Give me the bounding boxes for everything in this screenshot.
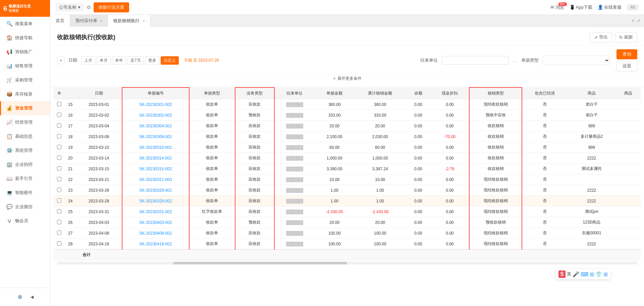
more-date-btn[interactable]: 更多: [145, 56, 159, 65]
scrollbar-thumb[interactable]: [173, 262, 347, 264]
bill-no-link[interactable]: SK-20230314-001: [139, 156, 172, 161]
th-partner[interactable]: 往来单位: [274, 87, 315, 99]
bill-no-link[interactable]: SK-20230331-002: [139, 209, 172, 214]
row-checkbox[interactable]: [57, 231, 61, 235]
cell-checkbox[interactable]: [54, 142, 65, 153]
row-checkbox[interactable]: [57, 123, 61, 128]
row-checkbox[interactable]: [57, 113, 61, 117]
th-verify-amount[interactable]: 累计核销金额: [354, 87, 406, 99]
row-checkbox[interactable]: [57, 156, 61, 160]
last-7days-btn[interactable]: 近7天: [127, 56, 144, 65]
expand-more-bar[interactable]: ∨ 展开更多条件: [57, 74, 637, 83]
prepay-tab-close[interactable]: ×: [100, 19, 102, 23]
sidebar-item-quicknav[interactable]: 🏠快捷导航: [0, 31, 50, 45]
bill-no-link[interactable]: SK-20230408-001: [139, 231, 172, 236]
th-bill-no[interactable]: 单据编号: [122, 87, 189, 99]
sidebar-item-system[interactable]: ⚙️系统管理: [0, 143, 50, 158]
message-badge[interactable]: ✉ 消息 99+: [550, 4, 564, 10]
settings-icon[interactable]: ⚙: [87, 4, 91, 10]
custom-date-btn[interactable]: 自定义: [161, 56, 179, 65]
tab-close-all-icon[interactable]: ×: [632, 18, 634, 23]
bill-no-link[interactable]: SK-20230304-001: [139, 124, 172, 128]
tab-maximize-icon[interactable]: ⤢: [637, 18, 641, 23]
refresh-button[interactable]: ↻ 刷新: [615, 32, 637, 42]
row-checkbox[interactable]: [57, 177, 61, 181]
partner-input[interactable]: [442, 56, 509, 65]
row-checkbox[interactable]: [57, 145, 61, 149]
bill-no-link[interactable]: SK-20230403-002: [139, 220, 172, 225]
export-button[interactable]: ↗ 导出: [590, 32, 612, 42]
th-bill-amount[interactable]: 单据金额: [315, 87, 354, 99]
bill-no-link[interactable]: SK-20230321-003: [139, 177, 172, 182]
th-date[interactable]: 日期: [76, 87, 122, 99]
bill-type-select[interactable]: [543, 56, 610, 65]
cell-checkbox[interactable]: [54, 121, 65, 131]
th-verify-type[interactable]: 核销类型: [469, 87, 522, 99]
th-goods2[interactable]: 商品: [616, 87, 641, 99]
tab-collection[interactable]: 收款核销执行 ×: [108, 15, 150, 27]
cell-checkbox[interactable]: [54, 239, 65, 250]
th-cash-discount[interactable]: 现金折扣: [431, 87, 469, 99]
collection-tab-close[interactable]: ×: [143, 19, 145, 23]
row-checkbox[interactable]: [57, 220, 61, 224]
th-include-settled[interactable]: 包含已结清: [522, 87, 567, 99]
this-month-btn[interactable]: 本月: [97, 56, 111, 65]
row-checkbox[interactable]: [57, 102, 61, 106]
sidebar-item-guide[interactable]: 📖新手引导: [0, 172, 50, 186]
industry-solution-button[interactable]: 体验行业方案: [94, 2, 129, 12]
sidebar-item-purchase[interactable]: 🛒采购管理: [0, 73, 50, 87]
sidebar-item-enterprise[interactable]: 🏢企业协同: [0, 158, 50, 172]
row-checkbox[interactable]: [57, 241, 61, 246]
row-checkbox[interactable]: [57, 198, 61, 203]
bill-no-link[interactable]: SK-20230418-001: [139, 242, 172, 246]
sidebar-item-inventory[interactable]: 📦库存核算: [0, 87, 50, 101]
tab-home[interactable]: 首页: [50, 15, 70, 27]
filter-settings-button[interactable]: 设置: [616, 61, 637, 71]
sidebar-item-settings[interactable]: ⚙️ ◀: [0, 291, 50, 303]
sidebar-item-hardware[interactable]: 💻智能硬件: [0, 186, 50, 200]
last-month-btn[interactable]: 上月: [81, 56, 95, 65]
sidebar-item-sales[interactable]: 📊销售管理: [0, 59, 50, 73]
bill-no-link[interactable]: SK-20230328-002: [139, 199, 172, 203]
more-filter-icon[interactable]: ...: [513, 57, 517, 63]
row-checkbox[interactable]: [57, 166, 61, 171]
cell-checkbox[interactable]: [54, 110, 65, 121]
filter-expand-arrow[interactable]: »: [57, 57, 64, 64]
cell-checkbox[interactable]: [54, 164, 65, 174]
online-service[interactable]: 👤 在线客服: [598, 4, 622, 10]
query-button[interactable]: 查询: [616, 49, 637, 59]
bill-no-link[interactable]: SK-20230301-002: [139, 102, 172, 107]
sidebar-item-finance[interactable]: 💰资金管理: [0, 101, 50, 115]
sidebar-item-basic[interactable]: 📋基础信息: [0, 129, 50, 143]
th-bill-type[interactable]: 单据类型: [189, 87, 235, 99]
bill-no-link[interactable]: SK-20230308-001: [139, 134, 172, 139]
row-checkbox[interactable]: [57, 134, 61, 138]
bill-no-link[interactable]: SK-20230310-001: [139, 145, 172, 150]
bill-no-link[interactable]: SK-20230328-001: [139, 188, 172, 193]
cell-checkbox[interactable]: [54, 153, 65, 164]
cell-checkbox[interactable]: [54, 217, 65, 228]
cell-checkbox[interactable]: [54, 174, 65, 185]
sidebar-item-wechat[interactable]: 💬企业微信: [0, 200, 50, 214]
horizontal-scrollbar[interactable]: [57, 262, 637, 264]
row-checkbox[interactable]: [57, 188, 61, 192]
sidebar-item-search[interactable]: 🔍搜索菜单: [0, 17, 50, 31]
sidebar-item-operations[interactable]: 📈经营管理: [0, 115, 50, 129]
bill-no-link[interactable]: SK-20230302-002: [139, 113, 172, 118]
cell-checkbox[interactable]: [54, 185, 65, 196]
this-year-btn[interactable]: 本年: [112, 56, 126, 65]
th-biz-type[interactable]: 业务类型: [235, 87, 274, 99]
cell-checkbox[interactable]: [54, 206, 65, 217]
row-checkbox[interactable]: [57, 209, 61, 213]
bill-no-link[interactable]: SK-20230315-002: [139, 167, 172, 171]
th-goods[interactable]: 商品: [568, 87, 616, 99]
tab-prepay[interactable]: 预付应付单 ×: [70, 15, 108, 27]
cell-checkbox[interactable]: [54, 99, 65, 110]
app-download[interactable]: 📱 App下载: [570, 4, 592, 10]
th-settings[interactable]: ⚙: [54, 87, 65, 99]
cell-checkbox[interactable]: [54, 131, 65, 142]
th-balance[interactable]: 余额: [406, 87, 431, 99]
cell-checkbox[interactable]: [54, 196, 65, 206]
sidebar-item-member[interactable]: V畅会员: [0, 214, 50, 228]
cell-checkbox[interactable]: [54, 228, 65, 239]
